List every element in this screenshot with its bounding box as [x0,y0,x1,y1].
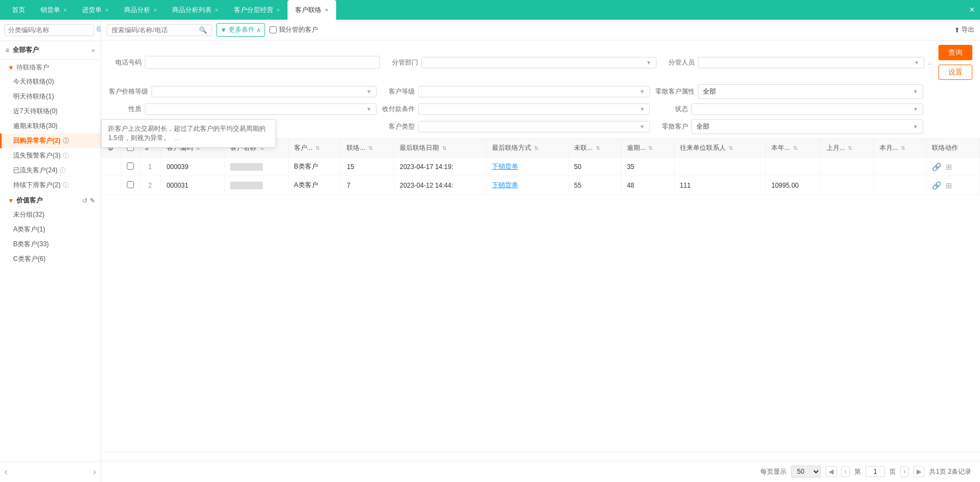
row2-check[interactable] [127,181,134,188]
retail-customer-caret-icon: ▼ [913,124,918,130]
col-last-contact-method[interactable]: 最后联络方式 ⇅ [486,139,568,158]
sidebar-item-today[interactable]: 今天待联络(0) [0,74,101,89]
sidebar-item-repurchase[interactable]: 回购异常客户(2) ⓘ [0,133,101,148]
row2-last-month [820,176,873,195]
first-page-btn[interactable]: ◀ [825,466,837,477]
nav-customer-contact[interactable]: 客户联络 × [287,0,336,20]
price-grade-select[interactable]: ▼ [151,86,377,97]
col-this-month[interactable]: 本月... ⇅ [873,139,926,158]
nav-product-analysis[interactable]: 商品分析 × [116,0,165,20]
col-contact[interactable]: 联络... ⇅ [341,139,394,158]
next-page-btn[interactable]: › [900,466,909,477]
col-type[interactable]: 客户... ⇅ [288,139,341,158]
my-customers-check[interactable] [269,26,277,33]
row1-last-contact-method[interactable]: 下销货单 [486,158,568,176]
row1-code: 000039 [161,158,225,176]
row1-last-month [820,158,873,176]
payment-select[interactable]: ▼ [418,103,650,115]
col-contact-person[interactable]: 往来单位联系人 ⇅ [674,139,765,158]
nav-purchase-close[interactable]: × [105,7,108,13]
sidebar-scroll-left[interactable]: ‹ [4,466,8,478]
nav-purchase[interactable]: 进货单 × [74,0,116,20]
sidebar-item-overdue[interactable]: 逾期未联络(30) [0,119,101,133]
horizontal-scrollbar[interactable] [101,452,980,461]
sidebar-item-7days[interactable]: 近7天待联络(0) [0,104,101,119]
payment-caret-icon: ▼ [639,106,645,112]
sidebar-bottom: ‹ › [0,461,101,482]
sidebar-search-icon[interactable]: 🔍 [96,26,101,34]
page-size-select[interactable]: 50 100 200 [791,466,821,478]
nav-product-list-close[interactable]: × [215,7,218,13]
row1-checkbox [121,158,139,176]
sidebar-item-a-class[interactable]: A类客户(1) [0,222,101,237]
nav-product-list[interactable]: 商品分析列表 × [165,0,226,20]
nav-sales[interactable]: 销货单 × [33,0,74,20]
sidebar-search-input[interactable] [4,24,94,36]
sidebar-item-ungrouped[interactable]: 未分组(32) [0,207,101,222]
row1-type: B类客户 [288,158,341,176]
more-conditions-btn[interactable]: ▼ 更多条件 ∧ [216,23,265,37]
filter-status: 状态 ▼ [655,103,923,115]
dots-btn[interactable]: ... [928,59,933,66]
col-this-year[interactable]: 本年... ⇅ [766,139,821,158]
col-overdue[interactable]: 逾期... ⇅ [621,139,674,158]
sidebar-item-b-class[interactable]: B类客户(33) [0,237,101,252]
tooltip-box: 距客户上次交易时长，超过了此客户的平均交易周期的1.5倍，则视为异常。 ... [101,119,276,148]
row2-type: A类客户 [288,176,341,195]
sidebar-item-tomorrow[interactable]: 明天待联络(1) [0,89,101,104]
col-uncontacted[interactable]: 未联... ⇅ [568,139,621,158]
nav-home[interactable]: 首页 [4,0,33,20]
nav-customer-segment-close[interactable]: × [277,7,280,13]
row2-grid-icon[interactable]: ⊞ [946,181,952,190]
status-select[interactable]: ▼ [691,103,923,115]
row2-name [225,176,289,195]
sidebar-item-lost-pre[interactable]: 流失预警客户(3) ⓘ [0,148,101,163]
retail-customer-select[interactable]: 全部 ▼ [691,119,923,134]
query-button[interactable]: 查询 [938,45,972,60]
row1-order-link[interactable]: 下销货单 [492,162,518,170]
row1-grid-icon[interactable]: ⊞ [946,162,952,171]
phone-input[interactable] [145,56,380,69]
sidebar-item-declining[interactable]: 持续下滑客户(2) ⓘ [0,178,101,193]
filter-row-3: 性质 ▼ 收付款条件 ▼ 状态 [109,103,972,115]
filter-row-1: 电话号码 分管部门 ▼ 分管人员 ▼ ... [109,45,972,80]
prev-page-btn[interactable]: ‹ [841,466,850,477]
col-last-contact-date[interactable]: 最后联络日期 ⇅ [394,139,486,158]
action-buttons: 查询 设置 [938,45,972,80]
pending-group-label: ▼ 待联络客户 [0,60,101,74]
nav-customer-segment[interactable]: 客户分层经营 × [226,0,287,20]
my-customers-checkbox[interactable]: 我分管的客户 [269,25,318,34]
settings-button[interactable]: 设置 [938,65,972,80]
search-icon[interactable]: 🔍 [199,26,207,34]
sidebar-scroll-right[interactable]: › [93,466,96,478]
nav-product-analysis-close[interactable]: × [154,7,157,13]
row1-check[interactable] [127,162,134,170]
nature-select[interactable]: ▼ [145,103,377,115]
customer-grade-select[interactable]: ▼ [418,86,650,97]
sidebar-item-c-class[interactable]: C类客户(6) [0,252,101,266]
person-select[interactable]: ▼ [698,57,924,68]
nav-customer-contact-close[interactable]: × [325,7,328,13]
search-input[interactable] [112,26,199,34]
last-page-btn[interactable]: ▶ [913,466,925,477]
filter-payment: 收付款条件 ▼ [382,103,650,115]
filter-bar: 🔍 ▼ 更多条件 ∧ 我分管的客户 ⬆ 导出 [101,20,980,40]
sidebar-item-lost[interactable]: 已流失客户(24) ⓘ [0,163,101,178]
value-group-edit-icon[interactable]: ✎ [90,197,95,205]
row1-link-icon[interactable]: 🔗 [932,162,941,171]
row2-last-contact-method[interactable]: 下销货单 [486,176,568,195]
col-actions: 联络动作 [926,139,980,158]
sort-icon-year: ⇅ [793,145,797,151]
row2-link-icon[interactable]: 🔗 [932,181,941,190]
close-all-tabs[interactable]: × [970,5,975,15]
export-btn[interactable]: ⬆ 导出 [954,25,975,34]
col-last-month[interactable]: 上月... ⇅ [820,139,873,158]
sidebar-fold-btn[interactable]: » [91,47,95,54]
row2-order-link[interactable]: 下销货单 [492,181,518,189]
retail-attr-select[interactable]: 全部 ▼ [698,84,923,99]
customer-type-select[interactable]: ▼ [418,121,650,132]
page-number-input[interactable] [865,466,885,477]
value-group-refresh-icon[interactable]: ↺ [82,197,87,205]
nav-sales-close[interactable]: × [63,7,67,13]
dept-select[interactable]: ▼ [421,57,656,68]
